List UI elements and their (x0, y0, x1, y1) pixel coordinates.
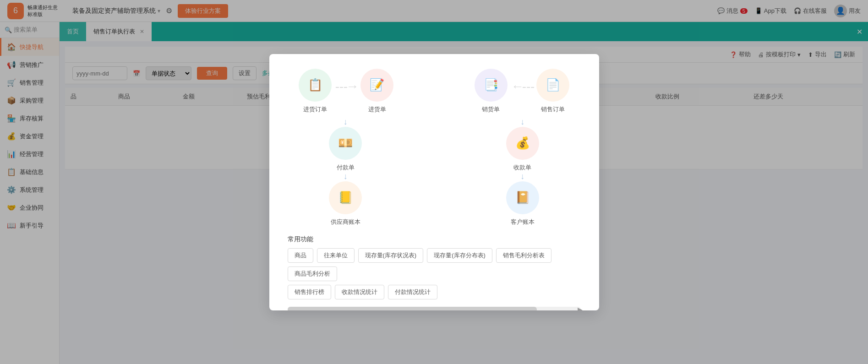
arrow-right-1: - - -→ (335, 79, 357, 94)
flow-node-supplier-account: 📒 供应商账本 (329, 181, 362, 226)
sales-order-circle: 📄 (536, 69, 569, 102)
flow-node-purchase-bill: 📝 进货单 (360, 69, 393, 114)
flow-node-customer-account: 📔 客户账本 (506, 181, 539, 226)
purchase-bill-circle: 📝 (360, 69, 393, 102)
receipt-circle: 💰 (506, 127, 539, 160)
sales-order-label: 销售订单 (541, 105, 565, 114)
cf-btn-goods[interactable]: 商品 (288, 248, 313, 263)
receipt-label: 收款单 (513, 163, 531, 172)
quick-nav-modal: 📋 进货订单 - - -→ 📝 进货单 (269, 54, 599, 310)
cf-btn-sales-rank[interactable]: 销售排行榜 (288, 285, 331, 299)
modal-overlay[interactable]: 📋 进货订单 - - -→ 📝 进货单 (0, 0, 868, 364)
payment-circle: 💴 (329, 127, 362, 160)
down-arrow-receipt: ↓ (520, 172, 524, 181)
supplier-account-label: 供应商账本 (331, 218, 360, 226)
modal-body: 📋 进货订单 - - -→ 📝 进货单 (269, 54, 599, 310)
sales-bill-label: 销货单 (482, 105, 500, 114)
common-functions: 常用功能 商品 往来单位 现存量(库存状况表) 现存量(库存分布表) 销售毛利分… (288, 235, 581, 299)
cf-btn-sales-profit[interactable]: 销售毛利分析表 (496, 248, 551, 263)
purchase-order-circle: 📋 (299, 69, 332, 102)
flow-node-sales-order: 📄 销售订单 (536, 69, 569, 114)
flow-node-payment: 💴 付款单 (329, 127, 362, 172)
modal-scrollbar-area: ▶ (288, 307, 581, 310)
customer-account-circle: 📔 (506, 181, 539, 214)
cf-btn-stock-status[interactable]: 现存量(库存状况表) (358, 248, 424, 263)
sales-bill-circle: 📑 (475, 69, 508, 102)
scroll-right-arrow[interactable]: ▶ (578, 306, 583, 310)
purchase-order-label: 进货订单 (303, 105, 327, 114)
flow-node-purchase-order: 📋 进货订单 (299, 69, 332, 114)
cf-btn-contacts[interactable]: 往来单位 (317, 248, 355, 263)
common-function-buttons-row2: 销售排行榜 收款情况统计 付款情况统计 (288, 285, 581, 299)
flow-node-receipt: 💰 收款单 (506, 127, 539, 172)
cf-btn-goods-profit[interactable]: 商品毛利分析 (288, 266, 337, 281)
supplier-account-circle: 📒 (329, 181, 362, 214)
purchase-bill-label: 进货单 (368, 105, 386, 114)
payment-label: 付款单 (337, 163, 355, 172)
down-arrow-payment: ↓ (344, 172, 348, 181)
flow-node-sales-bill: 📑 销货单 (475, 69, 508, 114)
down-arrow-purchase: ↓ (344, 117, 348, 127)
cf-btn-receipt-stats[interactable]: 收款情况统计 (335, 285, 384, 299)
cf-btn-payment-stats[interactable]: 付款情况统计 (388, 285, 437, 299)
modal-scroll-thumb (288, 307, 537, 310)
common-function-buttons: 商品 往来单位 现存量(库存状况表) 现存量(库存分布表) 销售毛利分析表 商品… (288, 248, 581, 281)
customer-account-label: 客户账本 (511, 218, 535, 226)
cf-btn-stock-dist[interactable]: 现存量(库存分布表) (427, 248, 492, 263)
modal-scrollbar[interactable] (288, 307, 581, 310)
down-arrow-sales: ↓ (520, 117, 524, 127)
arrow-left-1: ←- - - (511, 79, 533, 94)
common-functions-title: 常用功能 (288, 235, 581, 244)
